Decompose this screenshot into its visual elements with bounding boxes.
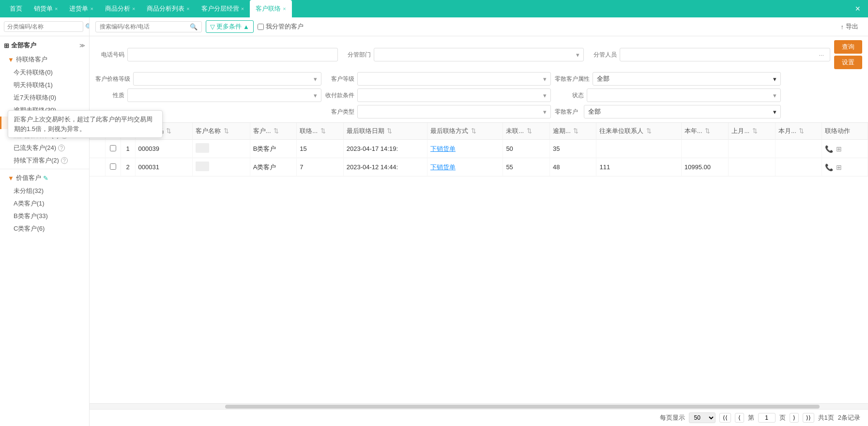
page-number-input[interactable] bbox=[758, 413, 776, 423]
price-level-select[interactable]: ▾ bbox=[133, 72, 321, 86]
nav-item-product-analysis[interactable]: 商品分析 × bbox=[99, 0, 141, 17]
row-type: B类客户 bbox=[250, 140, 297, 158]
tooltip-popup: 距客户上次交易时长，超过了此客户的平均交易周期的1.5倍，则视为异常。 bbox=[8, 110, 163, 138]
more-conditions-button[interactable]: ▽ 更多条件 ▲ bbox=[206, 20, 254, 33]
sort-icon: ⇅ bbox=[224, 127, 229, 134]
retail-attr-select[interactable]: 全部 ▾ bbox=[593, 72, 781, 86]
sidebar-value-customers-section[interactable]: ▼ 价值客户 ✎ bbox=[0, 171, 89, 185]
this-month-col-header[interactable]: 本月... ⇅ bbox=[775, 123, 822, 140]
next-page-button[interactable]: ⟩ bbox=[790, 413, 799, 423]
search-icon[interactable]: 🔍 bbox=[85, 23, 90, 30]
branch-person-select[interactable]: ··· bbox=[620, 48, 830, 61]
sidebar-pending-contact-section[interactable]: ▼ 待联络客户 bbox=[0, 53, 89, 66]
sidebar-item-today-pending[interactable]: 今天待联络(0) bbox=[0, 66, 89, 79]
more-action-icon[interactable]: ⊞ bbox=[836, 145, 842, 153]
status-select[interactable]: ▾ bbox=[587, 88, 781, 102]
filter-row-3: 性质 ▾ 收付款条件 ▾ 状态 bbox=[95, 88, 862, 102]
phone-input[interactable] bbox=[127, 48, 338, 61]
last-method-col-header[interactable]: 最后联络方式 ⇅ bbox=[427, 123, 503, 140]
collapse-icon[interactable]: ≫ bbox=[79, 43, 85, 49]
overdue-col-header[interactable]: 逾期... ⇅ bbox=[549, 123, 596, 140]
type-col-header[interactable]: 客户... ⇅ bbox=[250, 123, 297, 140]
retail-customer-select[interactable]: 全部 ▾ bbox=[584, 105, 781, 118]
row-this-year bbox=[681, 140, 729, 158]
this-year-col-header[interactable]: 本年... ⇅ bbox=[681, 123, 729, 140]
phone-action-icon[interactable]: 📞 bbox=[825, 145, 833, 153]
row-num: 1 bbox=[121, 140, 135, 158]
edit-icon[interactable]: ✎ bbox=[43, 175, 48, 182]
sidebar-item-declining[interactable]: 持续下滑客户(2) ? bbox=[0, 154, 89, 167]
search-input[interactable] bbox=[100, 23, 188, 30]
action-icons: 📞 ⊞ bbox=[825, 163, 865, 171]
info-icon: ? bbox=[58, 145, 65, 151]
nav-item-product-analysis-list[interactable]: 商品分析列表 × bbox=[141, 0, 195, 17]
row-unreached: 50 bbox=[503, 140, 550, 158]
sidebar-item-lost[interactable]: 已流失客户(24) ? bbox=[0, 142, 89, 154]
nav-item-purchase[interactable]: 进货单 × bbox=[63, 0, 99, 17]
last-method-link[interactable]: 下销货单 bbox=[430, 163, 456, 171]
sidebar-all-customers[interactable]: ⊞ 全部客户 ≫ bbox=[0, 38, 89, 53]
close-icon[interactable]: × bbox=[283, 6, 286, 12]
sidebar-item-class-b[interactable]: B类客户(33) bbox=[0, 210, 89, 222]
window-close-button[interactable]: × bbox=[851, 4, 864, 14]
contact-col-header[interactable]: 联络... ⇅ bbox=[297, 123, 344, 140]
my-customers-checkbox[interactable]: 我分管的客户 bbox=[258, 22, 304, 31]
search-icon[interactable]: 🔍 bbox=[190, 23, 198, 30]
dots-icon[interactable]: ··· bbox=[817, 51, 826, 59]
grid-icon: ⊞ bbox=[4, 42, 9, 49]
nav-item-home[interactable]: 首页 bbox=[4, 0, 28, 17]
my-customers-check[interactable] bbox=[258, 24, 264, 30]
close-icon[interactable]: × bbox=[241, 6, 244, 12]
row-checkbox-cell[interactable] bbox=[105, 140, 121, 158]
unit-contact-col-header[interactable]: 往来单位联系人 ⇅ bbox=[596, 123, 681, 140]
filter-row-4: ... 客户类型 ▾ 零散客户 全部 ▾ bbox=[95, 105, 862, 118]
query-button[interactable]: 查询 bbox=[834, 40, 862, 54]
sidebar-item-ungrouped[interactable]: 未分组(32) bbox=[0, 185, 89, 197]
chevron-down-icon: ▾ bbox=[773, 75, 777, 83]
first-page-button[interactable]: ⟨⟨ bbox=[719, 413, 731, 423]
filter-retail-attr: 零散客户属性 全部 ▾ bbox=[555, 72, 781, 86]
row-last-month bbox=[729, 140, 776, 158]
per-page-select[interactable]: 50 20 100 bbox=[689, 412, 716, 423]
nav-item-sales[interactable]: 销货单 × bbox=[28, 0, 63, 17]
row-checkbox-cell[interactable] bbox=[105, 158, 121, 176]
last-month-col-header[interactable]: 上月... ⇅ bbox=[729, 123, 776, 140]
sidebar-search-input[interactable] bbox=[4, 21, 83, 32]
name-col-header[interactable]: 客户名称 ⇅ bbox=[193, 123, 250, 140]
arrow-icon: ▼ bbox=[8, 56, 14, 63]
sidebar-content: ⊞ 全部客户 ≫ ▼ 待联络客户 今天待联络(0) 明天待联络(1) 近7天待联… bbox=[0, 36, 89, 426]
settings-button[interactable]: 设置 bbox=[834, 56, 862, 69]
horizontal-scrollbar[interactable] bbox=[90, 403, 868, 409]
close-icon[interactable]: × bbox=[55, 6, 58, 12]
more-action-icon[interactable]: ⊞ bbox=[836, 163, 842, 171]
payment-cond-select[interactable]: ▾ bbox=[357, 88, 551, 102]
sidebar-item-class-c[interactable]: C类客户(6) bbox=[0, 222, 89, 235]
prev-page-button[interactable]: ⟨ bbox=[735, 413, 744, 423]
export-button[interactable]: ↑ 导出 bbox=[837, 20, 863, 33]
row-checkbox[interactable] bbox=[110, 163, 116, 170]
last-page-button[interactable]: ⟩⟩ bbox=[803, 413, 814, 423]
row-checkbox[interactable] bbox=[110, 145, 116, 151]
nav-item-customer-tier[interactable]: 客户分层经营 × bbox=[196, 0, 250, 17]
nav-item-customer-contact[interactable]: 客户联络 × bbox=[250, 0, 291, 17]
close-icon[interactable]: × bbox=[132, 6, 135, 12]
sort-icon: ⇅ bbox=[166, 127, 171, 134]
row-last-method[interactable]: 下销货单 bbox=[427, 140, 503, 158]
gender-select[interactable]: ▾ bbox=[127, 88, 321, 102]
sidebar-item-tomorrow-pending[interactable]: 明天待联络(1) bbox=[0, 79, 89, 91]
row-settings bbox=[90, 140, 105, 158]
last-date-col-header[interactable]: 最后联络日期 ⇅ bbox=[343, 123, 427, 140]
filter-payment-cond: 收付款条件 ▾ bbox=[325, 88, 551, 102]
unreached-col-header[interactable]: 未联... ⇅ bbox=[503, 123, 550, 140]
close-icon[interactable]: × bbox=[90, 6, 93, 12]
phone-action-icon[interactable]: 📞 bbox=[825, 163, 833, 171]
close-icon[interactable]: × bbox=[186, 6, 189, 12]
scrollbar-thumb[interactable] bbox=[225, 405, 820, 409]
row-last-method[interactable]: 下销货单 bbox=[427, 158, 503, 176]
last-method-link[interactable]: 下销货单 bbox=[430, 145, 456, 152]
customer-type-select[interactable]: ▾ bbox=[357, 105, 551, 118]
sidebar-item-7days-pending[interactable]: 近7天待联络(0) bbox=[0, 91, 89, 104]
customer-level-select[interactable]: ▾ bbox=[357, 72, 551, 86]
branch-dept-select[interactable]: ▾ bbox=[374, 48, 584, 61]
sidebar-item-class-a[interactable]: A类客户(1) bbox=[0, 197, 89, 210]
